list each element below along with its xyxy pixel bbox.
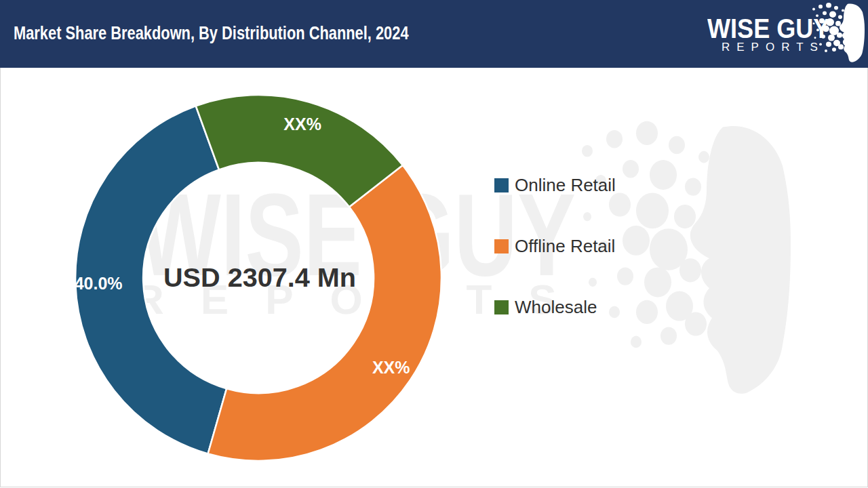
- legend-item-wholesale: Wholesale: [494, 298, 597, 317]
- chart-page: Market Share Breakdown, By Distribution …: [0, 0, 868, 488]
- legend-item-online-retail: Online Retail: [494, 176, 616, 195]
- donut-segment: [196, 95, 403, 207]
- legend-swatch: [494, 239, 509, 253]
- donut-segment: [208, 165, 441, 461]
- segment-data-label: XX%: [372, 358, 410, 377]
- legend-label: Wholesale: [515, 297, 597, 318]
- legend-item-offline-retail: Offline Retail: [494, 237, 615, 256]
- logo-subtitle: REPORTS: [722, 41, 825, 54]
- legend-label: Online Retail: [515, 175, 616, 196]
- legend-swatch: [494, 178, 509, 192]
- page-title: Market Share Breakdown, By Distribution …: [14, 23, 409, 43]
- legend-swatch: [494, 300, 509, 314]
- segment-data-label: 40.0%: [75, 274, 123, 293]
- logo-face-icon: [810, 1, 868, 66]
- donut-chart: 40.0%XX%XX%USD 2307.4 Mn: [1, 68, 868, 488]
- legend-label: Offline Retail: [515, 236, 615, 257]
- chart-body: WISE GUY REPORTS 40.0%XX%XX%USD 2307.4 M…: [0, 68, 868, 487]
- segment-data-label: XX%: [283, 115, 321, 134]
- header-bar: Market Share Breakdown, By Distribution …: [0, 0, 868, 68]
- donut-center-label: USD 2307.4 Mn: [163, 264, 356, 292]
